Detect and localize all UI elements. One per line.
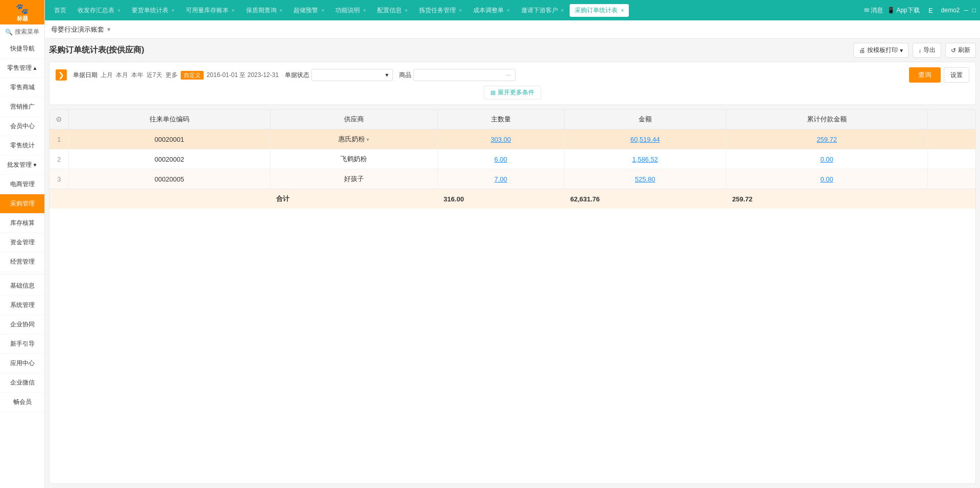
page-content: 采购订单统计表(按供应商) 🖨 按模板打印 ▾ ↓ 导出 ↺ 刷新: [45, 39, 980, 488]
avatar-initial: E: [928, 7, 933, 14]
sidebar-item-retail[interactable]: 零售管理 ▲: [0, 59, 44, 78]
expand-button[interactable]: ⊞ 展开更多条件: [484, 86, 541, 99]
row-qty: 6.00: [437, 149, 564, 169]
avatar: E: [924, 3, 938, 17]
row-amount: 1,586.52: [564, 149, 726, 169]
filter-toggle-button[interactable]: ❯: [56, 69, 67, 81]
filter-row-main: ❯ 单据日期 上月 本月 本年 近7天 更多 自定义 2016-01-01 至 …: [56, 67, 969, 83]
maximize-button[interactable]: □: [972, 7, 976, 14]
sidebar-item-wholesale[interactable]: 批发管理 ▼: [0, 156, 44, 175]
tab-overstock-warning[interactable]: 超储预警 ×: [288, 4, 329, 17]
tab-home[interactable]: 首页: [49, 4, 71, 17]
col-paid: 累计付款金额: [726, 110, 928, 130]
filter-status-select[interactable]: ▾: [311, 69, 393, 81]
sidebar-item-finance[interactable]: 资金管理: [0, 233, 44, 252]
tab-goods-summary[interactable]: 要货单统计表 ×: [127, 4, 180, 17]
wholesale-arrow-icon: ▼: [33, 162, 38, 168]
refresh-button[interactable]: ↺ 刷新: [945, 43, 976, 58]
tab-goods-summary-label: 要货单统计表: [132, 6, 168, 15]
tab-cost-adjust-label: 成本调整单: [473, 6, 504, 15]
sidebar-item-purchase[interactable]: 采购管理: [0, 194, 44, 214]
tab-invite-downstream-close[interactable]: ×: [561, 8, 564, 13]
filter-status-label: 单据状态: [285, 71, 309, 80]
shortcut-last-month[interactable]: 上月: [101, 71, 113, 80]
tab-cost-adjust-close[interactable]: ×: [507, 8, 510, 13]
export-icon: ↓: [918, 47, 921, 54]
tab-inventory-ledger[interactable]: 可用量库存账本 ×: [181, 4, 240, 17]
data-table: ⚙ 往来单位编码 供应商 主数量 金额 累计付款金额 1 00020001: [50, 110, 975, 209]
tab-purchase-summary-close[interactable]: ×: [621, 8, 624, 13]
tab-pick-task[interactable]: 拣货任务管理 ×: [414, 4, 467, 17]
sidebar-item-member[interactable]: 会员中心: [0, 117, 44, 136]
row-num: 2: [50, 149, 69, 169]
export-button[interactable]: ↓ 导出: [913, 43, 941, 58]
tab-expiry-query-close[interactable]: ×: [280, 8, 283, 13]
tab-expiry-query[interactable]: 保质期查询 ×: [241, 4, 288, 17]
message-button[interactable]: ✉ 消息: [864, 6, 883, 15]
table-footer-row: 合计 316.00 62,631.76 259.72: [50, 189, 975, 209]
table-settings-icon[interactable]: ⚙: [56, 115, 62, 123]
logo-icon: 🐾: [16, 3, 29, 15]
tab-pick-task-close[interactable]: ×: [459, 8, 462, 13]
footer-qty: 316.00: [437, 189, 564, 209]
tab-func-desc[interactable]: 功能说明 ×: [330, 4, 371, 17]
tab-receive-summary-close[interactable]: ×: [117, 8, 120, 13]
settings-button[interactable]: 设置: [944, 67, 969, 83]
app-download-button[interactable]: 📱 App下载: [887, 6, 919, 15]
sidebar-item-member2[interactable]: 畅会员: [0, 393, 44, 412]
table-row[interactable]: 3 00020005 好孩子 7.00 525.80 0.00: [50, 169, 975, 189]
filter-status-arrow-icon: ▾: [385, 71, 388, 79]
tab-pick-task-label: 拣货任务管理: [419, 6, 456, 15]
tab-purchase-summary[interactable]: 采购订单统计表 ×: [570, 4, 629, 17]
shortcut-this-year[interactable]: 本年: [131, 71, 143, 80]
row-paid: 0.00: [726, 169, 928, 189]
shortcut-7days[interactable]: 近7天: [146, 71, 162, 80]
sidebar-item-marketing[interactable]: 营销推广: [0, 97, 44, 117]
row-code: 00020002: [69, 149, 271, 169]
sidebar-item-guide[interactable]: 新手引导: [0, 335, 44, 354]
sidebar-item-enterprise[interactable]: 企业协同: [0, 315, 44, 335]
table-row[interactable]: 1 00020001 惠氏奶粉 ▾ 303.00 60,519.44 259.7…: [50, 130, 975, 149]
tab-cost-adjust[interactable]: 成本调整单 ×: [468, 4, 515, 17]
print-button[interactable]: 🖨 按模板打印 ▾: [853, 43, 909, 58]
export-label: 导出: [923, 46, 936, 55]
table-row[interactable]: 2 00020002 飞鹤奶粉 6.00 1,586.52 0.00: [50, 149, 975, 169]
tab-config-info[interactable]: 配置信息 ×: [372, 4, 413, 17]
sidebar-item-system[interactable]: 系统管理: [0, 296, 44, 315]
tab-config-info-close[interactable]: ×: [405, 8, 408, 13]
tab-goods-summary-close[interactable]: ×: [172, 8, 175, 13]
tab-invite-downstream[interactable]: 邀请下游客户 ×: [516, 4, 569, 17]
shortcut-this-month[interactable]: 本月: [116, 71, 128, 80]
query-button[interactable]: 查询: [909, 67, 941, 83]
topbar-actions: ✉ 消息 📱 App下载 E demo2 ─ □: [864, 3, 976, 17]
sidebar-item-basic[interactable]: 基础信息: [0, 276, 44, 296]
sidebar-item-retail-shop[interactable]: 零售商城: [0, 78, 44, 97]
tab-receive-summary[interactable]: 收发存汇总表 ×: [72, 4, 126, 17]
sidebar-item-search[interactable]: 🔍 搜索菜单: [0, 24, 44, 39]
print-dropdown-icon: ▾: [900, 47, 903, 54]
sidebar-item-inventory[interactable]: 库存核算: [0, 214, 44, 233]
shortcut-more[interactable]: 更多: [165, 71, 178, 80]
sidebar-item-ecommerce[interactable]: 电商管理: [0, 175, 44, 194]
sidebar-item-operations[interactable]: 经营管理: [0, 252, 44, 272]
table-container: ⚙ 往来单位编码 供应商 主数量 金额 累计付款金额 1 00020001: [49, 109, 976, 484]
tab-inventory-ledger-close[interactable]: ×: [232, 8, 235, 13]
row-code: 00020001: [69, 130, 271, 149]
row-code: 00020005: [69, 169, 271, 189]
sidebar-item-app-center[interactable]: 应用中心: [0, 354, 44, 373]
main-area: 首页 收发存汇总表 × 要货单统计表 × 可用量库存账本 × 保质期查询 × 超…: [45, 0, 980, 488]
tab-func-desc-close[interactable]: ×: [363, 8, 366, 13]
tab-overstock-warning-close[interactable]: ×: [321, 8, 324, 13]
filter-custom-tag[interactable]: 自定义: [181, 71, 204, 80]
sidebar-item-retail-stat[interactable]: 零售统计: [0, 136, 44, 156]
user-menu-button[interactable]: E demo2: [924, 3, 960, 17]
sidebar-item-quick-nav[interactable]: 快捷导航: [0, 39, 44, 59]
sidebar-item-enterprise-wechat[interactable]: 企业微信: [0, 373, 44, 393]
footer-label: 合计: [270, 189, 437, 209]
filter-product-input[interactable]: ···: [413, 69, 516, 81]
col-extra: [927, 110, 975, 130]
minimize-button[interactable]: ─: [964, 7, 968, 14]
filter-product-label: 商品: [399, 71, 411, 80]
tab-purchase-summary-label: 采购订单统计表: [575, 6, 618, 15]
workspace-selector[interactable]: 母婴行业演示账套 ▾: [51, 25, 111, 34]
